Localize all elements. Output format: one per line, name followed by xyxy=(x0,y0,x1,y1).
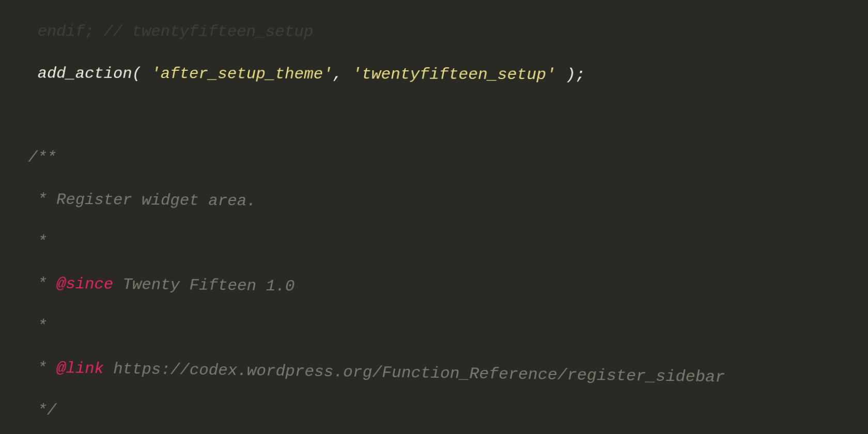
code-line: */ xyxy=(0,399,868,434)
code-line: * @link https://codex.wordpress.org/Func… xyxy=(0,357,868,391)
code-line: endif; // twentyfifteen_setup xyxy=(0,21,868,43)
code-line: /** xyxy=(0,147,868,173)
code-line: add_action( 'after_setup_theme', 'twenty… xyxy=(0,63,868,87)
code-line: * Register widget area. xyxy=(0,189,868,216)
code-line-blank xyxy=(0,105,868,130)
code-line: * xyxy=(0,315,868,347)
code-line: * xyxy=(0,230,868,260)
code-editor-viewport[interactable]: endif; // twentyfifteen_setup add_action… xyxy=(0,0,868,434)
code-line: * @since Twenty Fifteen 1.0 xyxy=(0,273,868,304)
